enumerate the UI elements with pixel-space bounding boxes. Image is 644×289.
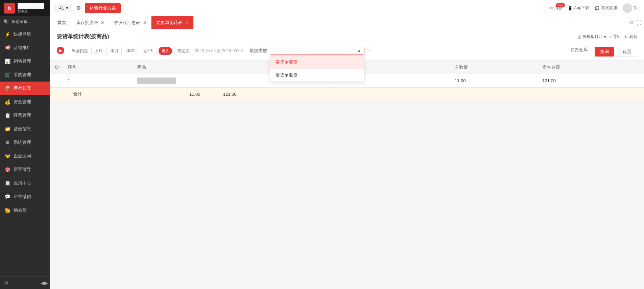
avatar-image: [623, 3, 632, 13]
dropdown-item-requisition-order[interactable]: 要货单要货: [270, 56, 364, 69]
sidebar-search[interactable]: 🔍 搜索菜单: [0, 16, 50, 27]
refresh-button[interactable]: ↻ 刷新: [624, 34, 637, 40]
cell-num: 1: [64, 74, 133, 87]
sidebar-item-apps[interactable]: 🔲 应用中心: [0, 176, 50, 190]
query-button[interactable]: 查询: [595, 47, 614, 57]
topbar-right: ✉ 消息 99+ 📱 App下载 🎧 在线客服 Rit: [549, 3, 639, 13]
tab-expand-button[interactable]: ⛶: [637, 20, 641, 25]
sidebar-collapse-button[interactable]: ◀▶: [41, 280, 46, 286]
dropdown-item-requisition-return[interactable]: 要货单退货: [270, 69, 364, 82]
print-template-button[interactable]: 🖨 按模板打印 ▾: [577, 34, 606, 40]
content-area: 要货单统计表(按商品) 🖨 按模板打印 ▾ ↑ 导出 ↻ 刷新 ▶: [50, 29, 644, 289]
tab-receive-summary[interactable]: 收发存汇总表 ✕: [109, 16, 151, 29]
type-filter-label: 单据类型: [249, 48, 267, 54]
type-filter-more-btn[interactable]: ···: [367, 48, 372, 54]
sidebar-footer: ⚙ ◀▶: [0, 276, 50, 289]
col-num: 序号: [64, 61, 133, 74]
page-header: 要货单统计表(按商品) 🖨 按模板打印 ▾ ↑ 导出 ↻ 刷新: [50, 29, 644, 43]
type-dropdown-menu: 要货单要货 要货单退货: [270, 55, 364, 82]
messages-button[interactable]: ✉ 消息 99+: [549, 5, 562, 11]
date-this-month-btn[interactable]: 本月: [108, 47, 122, 55]
online-service-button[interactable]: 🎧 在线客服: [595, 5, 617, 11]
operations-icon: 📋: [4, 112, 11, 119]
marketing-icon: 📢: [4, 44, 11, 51]
sidebar-item-sales[interactable]: 📊 销售管理: [0, 54, 50, 68]
tab-close-all-button[interactable]: ✕: [629, 19, 634, 26]
message-icon: ✉: [549, 6, 553, 10]
tab-close-receive-summary[interactable]: ✕: [143, 20, 146, 25]
col-quantity: 主数量: [451, 61, 538, 74]
table-footer: 合计 11.00 121.00: [50, 87, 644, 101]
date-more-btn[interactable]: 更多: [159, 47, 172, 55]
filter-settings-button[interactable]: 设置: [617, 47, 637, 57]
sidebar-item-guide[interactable]: 🎯 新手引导: [0, 163, 50, 176]
tab-home[interactable]: 首页: [53, 16, 71, 29]
filter-bar: ▶ 单据日期 上月 本月 本年 近7天 更多 自定义 2023-05-06 至 …: [50, 43, 644, 61]
date-range-text: 2023-05-06 至 2023-06-06: [195, 48, 243, 54]
sidebar-item-quick-nav[interactable]: ⚡ 快捷导航: [0, 27, 50, 41]
topbar: 41 ▾ ⚙ 体验行业方案 ✉ 消息 99+ 📱 App下载 🎧 在线客服 R: [50, 0, 644, 16]
sidebar-item-inventory[interactable]: 📦 库存核算: [0, 82, 50, 95]
basic-icon: 📁: [4, 126, 11, 132]
footer-amount: 121.00: [223, 92, 257, 97]
col-settings-icon[interactable]: ⚙: [54, 64, 59, 70]
footer-quantity: 11.00: [189, 92, 223, 97]
date-filter-section: 单据日期 上月 本月 本年 近7天 更多 自定义 2023-05-06 至 20…: [71, 47, 243, 55]
enterprise-icon: 🤝: [4, 153, 11, 159]
tab-close-inventory-batch[interactable]: ✕: [101, 20, 104, 25]
chevron-down-icon: ▾: [604, 35, 606, 39]
sidebar-item-basic[interactable]: 📁 基础信息: [0, 122, 50, 136]
wechat-icon: 💬: [4, 193, 11, 200]
print-icon: 🖨: [577, 35, 581, 39]
search-icon: 🔍: [3, 19, 9, 24]
tab-inventory-batch[interactable]: 库存批次账 ✕: [71, 16, 109, 29]
sidebar-item-purchase[interactable]: 🛒 采购管理: [0, 68, 50, 82]
type-dropdown-arrow[interactable]: ▲: [357, 48, 361, 53]
phone-icon: 📱: [568, 6, 573, 10]
purchase-icon: 🛒: [4, 71, 11, 78]
sidebar-item-marketing[interactable]: 📢 营销推广: [0, 41, 50, 54]
tab-close-requisition-stats[interactable]: ✕: [185, 20, 189, 25]
apps-icon: 🔲: [4, 180, 11, 186]
cell-amount: 121.00: [538, 74, 644, 87]
app-logo-icon: b: [4, 3, 15, 14]
store-number: 41: [59, 5, 64, 10]
guide-icon: 🎯: [4, 166, 11, 173]
date-7days-btn[interactable]: 近7天: [140, 47, 157, 55]
date-this-year-btn[interactable]: 本年: [124, 47, 138, 55]
quick-nav-icon: ⚡: [4, 31, 11, 38]
sidebar-item-enterprise[interactable]: 🤝 企业协同: [0, 149, 50, 163]
date-custom-btn[interactable]: 自定义: [174, 47, 192, 55]
filter-expand-button[interactable]: ▶: [57, 47, 64, 54]
date-presets: 上月 本月 本年 近7天 更多 自定义: [91, 47, 192, 55]
cell-quantity: 11.00: [451, 74, 538, 87]
type-filter-input-wrapper: ▲ 要货单要货 要货单退货: [270, 47, 364, 54]
sidebar-item-wechat[interactable]: 💬 企业微信: [0, 190, 50, 203]
user-avatar[interactable]: Rit: [623, 3, 639, 13]
date-prev-month-btn[interactable]: 上月: [91, 47, 105, 55]
app-logo-text: 畅捷通好生意 标准版: [18, 3, 44, 13]
main-area: 41 ▾ ⚙ 体验行业方案 ✉ 消息 99+ 📱 App下载 🎧 在线客服 R: [50, 0, 644, 289]
system-icon: ⚙: [4, 139, 11, 146]
sidebar: b 畅捷通好生意 标准版 🔍 搜索菜单 ⚡ 快捷导航 📢 营销推广 📊 销售管理…: [0, 0, 50, 289]
store-selector[interactable]: 41 ▾: [55, 4, 72, 12]
industry-btn[interactable]: 体验行业方案: [85, 3, 121, 13]
app-download-button[interactable]: 📱 App下载: [568, 5, 589, 11]
type-filter-section: 单据类型 ▲ 要货单要货 要货单退货 ···: [249, 47, 564, 54]
sidebar-item-member[interactable]: 👑 畅会员: [0, 203, 50, 217]
tabbar: 首页 库存批次账 ✕ 收发存汇总表 ✕ 要货单统计表 ✕ ✕ ⛶: [50, 16, 644, 29]
export-button[interactable]: ↑ 导出: [610, 34, 621, 40]
sidebar-item-system[interactable]: ⚙ 系统管理: [0, 136, 50, 149]
sidebar-item-finance[interactable]: 💰 资金管理: [0, 95, 50, 109]
tab-requisition-stats[interactable]: 要货单统计表 ✕: [151, 16, 194, 29]
settings-button[interactable]: ⚙: [4, 280, 9, 286]
page-title: 要货单统计表(按商品): [57, 33, 109, 40]
sidebar-item-operations[interactable]: 📋 经营管理: [0, 109, 50, 122]
type-filter-input[interactable]: [273, 48, 357, 53]
footer-label: 合计: [54, 91, 156, 97]
chevron-down-icon: ▾: [66, 5, 68, 10]
topbar-left: 41 ▾ ⚙ 体验行业方案: [55, 3, 121, 13]
gear-icon[interactable]: ⚙: [76, 5, 81, 11]
member-icon: 👑: [4, 207, 11, 214]
export-icon: ↑: [610, 35, 612, 39]
